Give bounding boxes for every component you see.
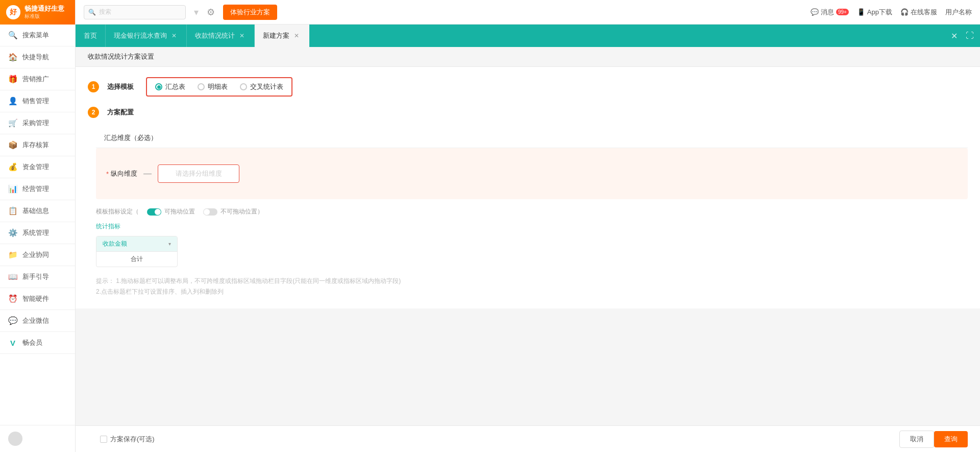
tab-bar-actions: ✕ ⛶ — [945, 25, 980, 47]
sidebar-item-basic-info[interactable]: 📋 基础信息 — [0, 200, 75, 222]
tab-new-plan-close[interactable]: ✕ — [292, 32, 301, 40]
hint-line-2: 2.点击标题栏下拉可设置排序、插入列和删除列 — [96, 288, 968, 296]
tab-new-plan-label: 新建方案 — [263, 31, 289, 40]
sidebar-item-search-menu[interactable]: 🔍 搜索菜单 — [0, 25, 75, 46]
tab-bank-flow-label: 现金银行流水查询 — [114, 31, 167, 40]
online-support-label: 在线客服 — [911, 8, 937, 17]
cancel-button[interactable]: 取消 — [899, 431, 934, 448]
radio-detail[interactable]: 明细表 — [198, 82, 228, 91]
online-support-button[interactable]: 🎧 在线客服 — [900, 8, 937, 17]
marketing-icon: 🎁 — [8, 75, 17, 84]
app-download-button[interactable]: 📱 App下载 — [857, 8, 892, 17]
hint-line-1: 提示： 1.拖动标题栏可以调整布局，不可跨维度或指标区域拖动栏目字段(只能在同一… — [96, 277, 968, 286]
user-name-display[interactable]: 用户名称 — [945, 8, 972, 17]
section-title: 收款情况统计方案设置 — [88, 53, 154, 60]
dimension-section-title: 汇总维度（必选） — [96, 128, 968, 148]
fullscreen-icon[interactable]: ⛶ — [964, 29, 976, 42]
inventory-icon: 📦 — [8, 140, 17, 150]
app-download-label: App下载 — [867, 8, 892, 17]
step1-label: 选择模板 — [107, 82, 134, 91]
sidebar-item-marketing[interactable]: 🎁 营销推广 — [0, 68, 75, 90]
logo-title: 畅捷通好生意 — [24, 5, 64, 13]
movable-toggle[interactable] — [147, 208, 161, 216]
system-icon: ⚙️ — [8, 228, 17, 237]
industry-button[interactable]: 体验行业方案 — [223, 5, 277, 20]
metrics-layout: 统计指标 收款金额 ▾ 合计 — [96, 220, 968, 269]
metrics-table-header[interactable]: 收款金额 ▾ — [96, 236, 177, 252]
sidebar-item-label: 企业协同 — [22, 250, 49, 259]
sidebar-item-enterprise-wechat[interactable]: 💬 企业微信 — [0, 310, 75, 332]
close-all-tab-icon[interactable]: ✕ — [949, 29, 960, 43]
sidebar-item-inventory[interactable]: 📦 库存核算 — [0, 134, 75, 156]
query-button[interactable]: 查询 — [934, 431, 968, 447]
sidebar-item-operations[interactable]: 📊 经营管理 — [0, 178, 75, 200]
immovable-label: 不可拖动位置） — [220, 207, 263, 216]
sidebar-item-quick-nav[interactable]: 🏠 快捷导航 — [0, 46, 75, 68]
sidebar-item-enterprise-coop[interactable]: 📁 企业协同 — [0, 244, 75, 266]
sidebar-item-purchase[interactable]: 🛒 采购管理 — [0, 112, 75, 134]
sidebar-item-system[interactable]: ⚙️ 系统管理 — [0, 222, 75, 244]
purchase-icon: 🛒 — [8, 118, 17, 128]
sales-icon: 👤 — [8, 97, 17, 106]
logo-badge: 标准版 — [24, 13, 64, 20]
dimension-placeholder[interactable]: 请选择分组维度 — [158, 164, 239, 183]
sidebar-item-label: 系统管理 — [22, 228, 49, 237]
radio-summary-label: 汇总表 — [165, 82, 185, 91]
movable-label: 可拖动位置 — [164, 207, 195, 216]
sidebar-bottom — [0, 425, 75, 452]
page-section-header: 收款情况统计方案设置 — [76, 47, 980, 67]
topbar-actions: 💬 消息 99+ 📱 App下载 🎧 在线客服 用户名称 — [811, 8, 972, 17]
sidebar-item-label: 销售管理 — [22, 97, 49, 106]
notifications-badge: 99+ — [836, 9, 849, 15]
row-dimension-label: * 纵向维度 — [106, 169, 137, 178]
radio-summary[interactable]: 汇总表 — [155, 82, 185, 91]
notifications-label: 消息 — [821, 8, 834, 17]
radio-summary-circle — [155, 83, 162, 90]
sidebar-item-finance[interactable]: 💰 资金管理 — [0, 156, 75, 178]
sidebar-item-label: 智能硬件 — [22, 294, 49, 303]
immovable-toggle[interactable] — [203, 208, 217, 216]
notifications-button[interactable]: 💬 消息 99+ — [811, 8, 849, 17]
tab-bank-flow[interactable]: 现金银行流水查询 ✕ — [106, 25, 187, 47]
radio-cross[interactable]: 交叉统计表 — [240, 82, 283, 91]
operations-icon: 📊 — [8, 184, 17, 194]
quick-nav-icon: 🏠 — [8, 53, 17, 62]
required-star: * — [106, 170, 109, 178]
sidebar-item-label: 库存核算 — [22, 140, 49, 150]
save-option-checkbox[interactable] — [100, 436, 107, 443]
step2-label: 方案配置 — [107, 108, 134, 117]
tab-collection-stats-close[interactable]: ✕ — [238, 32, 246, 40]
search-expand-icon[interactable]: ▾ — [194, 7, 199, 18]
tab-new-plan[interactable]: 新建方案 ✕ — [255, 25, 309, 47]
step2-row: 2 方案配置 — [88, 107, 968, 118]
search-menu-icon: 🔍 — [8, 31, 17, 40]
sidebar-logo: 好 畅捷通好生意 标准版 — [0, 0, 75, 25]
step1-row: 1 选择模板 汇总表 明细表 交叉统计表 — [88, 77, 968, 97]
sidebar-item-smart-hardware[interactable]: ⏰ 智能硬件 — [0, 288, 75, 310]
sidebar-item-label: 基础信息 — [22, 206, 49, 216]
search-placeholder: 搜索 — [99, 8, 111, 16]
page-content: 收款情况统计方案设置 1 选择模板 汇总表 明细表 — [76, 47, 980, 425]
radio-detail-label: 明细表 — [208, 82, 228, 91]
sidebar-item-beginner-guide[interactable]: 📖 新手引导 — [0, 266, 75, 288]
immovable-toggle-label: 不可拖动位置） — [203, 207, 263, 216]
toggle-dot — [155, 209, 161, 215]
movable-toggle-label: 可拖动位置 — [147, 207, 195, 216]
tab-home[interactable]: 首页 — [76, 25, 106, 47]
settings-icon[interactable]: ⚙ — [207, 7, 215, 18]
dimension-area: * 纵向维度 — 请选择分组维度 — [96, 148, 968, 199]
online-support-icon: 🎧 — [900, 8, 909, 16]
tab-bank-flow-close[interactable]: ✕ — [170, 32, 178, 40]
sidebar-item-label: 营销推广 — [22, 75, 49, 84]
enterprise-wechat-icon: 💬 — [8, 316, 17, 325]
sidebar-item-member[interactable]: V 畅会员 — [0, 332, 75, 354]
tab-collection-stats[interactable]: 收款情况统计 ✕ — [187, 25, 255, 47]
search-box[interactable]: 🔍 搜索 — [84, 5, 186, 19]
save-option-label: 方案保存(可选) — [110, 435, 155, 444]
main-area: 🔍 搜索 ▾ ⚙ 体验行业方案 💬 消息 99+ 📱 App下载 🎧 在线客服 … — [76, 0, 980, 452]
bottom-bar: 方案保存(可选) 取消 查询 — [76, 425, 980, 452]
hint-area: 提示： 1.拖动标题栏可以调整布局，不可跨维度或指标区域拖动栏目字段(只能在同一… — [96, 277, 968, 296]
radio-cross-circle — [240, 83, 247, 90]
sidebar-item-sales[interactable]: 👤 销售管理 — [0, 90, 75, 112]
save-option[interactable]: 方案保存(可选) — [100, 435, 155, 444]
